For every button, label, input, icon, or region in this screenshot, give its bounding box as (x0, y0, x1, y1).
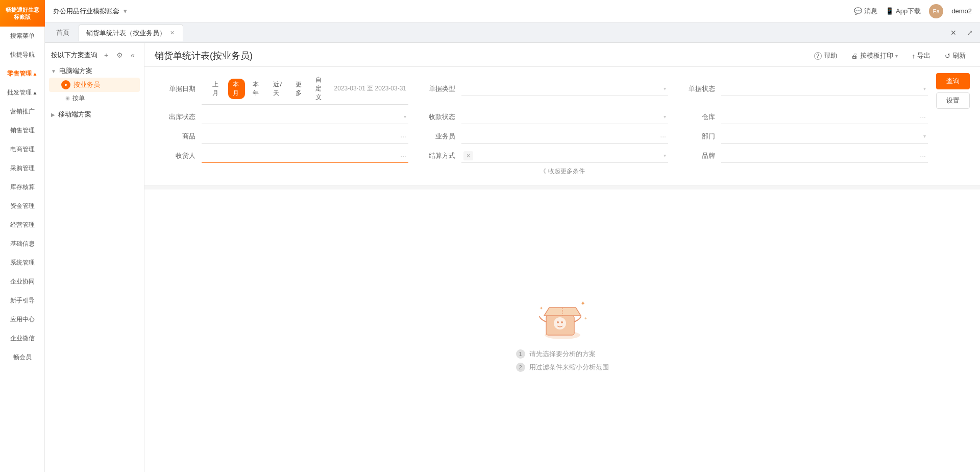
settlement-label: 结算方式 (414, 151, 455, 160)
mobile-scheme-group-header[interactable]: ▶ 移动端方案 (45, 108, 144, 121)
tab-sales-stats[interactable]: 销货单统计表（按业务员） ✕ (79, 25, 183, 41)
sidebar-item-system[interactable]: 系统管理 (0, 253, 44, 272)
brand-dots: ··· (920, 152, 926, 160)
hint-num-2: 2 (516, 363, 525, 372)
date-btn-this-year[interactable]: 本年 (248, 79, 265, 99)
app-download-action[interactable]: 📱 App下载 (886, 7, 921, 16)
date-field[interactable]: 上月 本月 本年 近7天 更多 自定义 2023-03-01 至 2023-03… (202, 73, 408, 105)
department-arrow: ▾ (923, 133, 926, 139)
date-btn-more[interactable]: 更多 (291, 79, 308, 99)
app-logo[interactable]: 畅捷通好生意 标账版 (0, 0, 45, 27)
scheme-item-by-order[interactable]: ⊞ 按单 (49, 92, 140, 105)
print-dropdown-icon[interactable]: ▾ (895, 53, 898, 59)
sidebar-item-member[interactable]: 畅会员 (0, 348, 44, 367)
sidebar-item-marketing[interactable]: 营销推广 (0, 102, 44, 121)
sidebar-item-enterprise[interactable]: 企业协同 (0, 272, 44, 291)
user-avatar[interactable]: Ea (929, 4, 943, 18)
goods-field[interactable]: ··· (202, 129, 408, 144)
settlement-tag: × (463, 151, 473, 160)
topbar: 办公用品行业模拟账套 ▾ 💬 消息 📱 App下载 Ea demo2 (45, 0, 980, 22)
add-scheme-btn[interactable]: + (101, 50, 111, 60)
receive-status-arrow: ▾ (664, 114, 666, 120)
brand-field[interactable]: ··· (721, 149, 928, 163)
tab-close-icon[interactable]: ✕ (169, 29, 176, 37)
hint-num-1: 1 (516, 349, 525, 359)
app-download-label: App下载 (896, 7, 921, 16)
user-name[interactable]: demo2 (951, 7, 972, 15)
doc-type-field[interactable]: ▾ (461, 82, 668, 96)
sidebar-item-inventory[interactable]: 库存核算 (0, 178, 44, 197)
add-icon: + (104, 51, 108, 59)
setting-button[interactable]: 设置 (936, 92, 970, 109)
sidebar-item-sales[interactable]: 销售管理 (0, 121, 44, 140)
page-title: 销货单统计表(按业务员) (155, 50, 253, 62)
sub-icon: ⊞ (65, 96, 69, 101)
tabbar-controls: ✕ ⤢ (947, 27, 976, 39)
sidebar-item-search-menu[interactable]: 搜索菜单 (0, 27, 44, 45)
pc-scheme-group-header[interactable]: ▼ 电脑端方案 (49, 64, 140, 78)
sidebar-item-purchase[interactable]: 采购管理 (0, 159, 44, 178)
date-btn-last-month[interactable]: 上月 (208, 79, 225, 99)
svg-point-4 (554, 317, 566, 329)
scheme-item-by-salesperson[interactable]: ● 按业务员 (49, 78, 140, 92)
help-btn[interactable]: ? 帮助 (810, 49, 841, 62)
industry-dropdown-icon[interactable]: ▾ (124, 7, 127, 15)
help-icon: ? (814, 52, 822, 60)
tab-close-all-btn[interactable]: ✕ (947, 27, 960, 39)
sidebar-item-operations[interactable]: 经营管理 (0, 216, 44, 234)
query-button[interactable]: 查询 (936, 73, 970, 89)
tab-maximize-btn[interactable]: ⤢ (964, 27, 976, 39)
receiver-dots: ··· (400, 152, 406, 160)
receiver-field[interactable]: ··· (202, 149, 408, 163)
chevron-down-icon: ▲ (33, 71, 38, 77)
out-status-arrow: ▾ (404, 114, 406, 120)
brand-label: 品牌 (674, 151, 715, 160)
date-range-text: 2023-03-01 至 2023-03-31 (334, 84, 406, 93)
scheme-order-label: 按单 (72, 94, 85, 103)
sidebar-item-basic-info[interactable]: 基础信息 (0, 234, 44, 253)
filter-row-1: 单据日期 上月 本月 本年 近7天 更多 自定义 20 (155, 73, 928, 105)
sidebar-item-finance[interactable]: 资金管理 (0, 197, 44, 216)
sidebar-item-enterprise-wechat[interactable]: 企业微信 (0, 329, 44, 348)
date-btn-this-month[interactable]: 本月 (228, 79, 246, 99)
print-label: 按模板打印 (860, 51, 893, 60)
hint-text-2: 用过滤条件来缩小分析范围 (529, 363, 609, 372)
sidebar-item-quick-nav[interactable]: 快捷导航 (0, 45, 44, 64)
collapse-icon: « (131, 51, 135, 59)
topbar-left: 办公用品行业模拟账套 ▾ (53, 7, 127, 16)
print-btn[interactable]: 🖨 按模板打印 ▾ (847, 49, 902, 62)
sidebar-item-ecommerce[interactable]: 电商管理 (0, 140, 44, 159)
empty-illustration: ✦ ✦ ✦ (532, 290, 593, 341)
svg-text:✦: ✦ (580, 300, 585, 307)
department-field[interactable]: ▾ (721, 129, 928, 144)
tab-home[interactable]: 首页 (49, 25, 77, 41)
sidebar-item-new-guide[interactable]: 新手引导 (0, 291, 44, 310)
help-label: 帮助 (824, 51, 837, 60)
hint-text-1: 请先选择要分析的方案 (529, 349, 596, 359)
collapse-up-icon: 《 (540, 167, 546, 176)
chevron-down-icon: ▼ (51, 68, 56, 74)
settlement-tag-close[interactable]: × (467, 152, 470, 159)
sidebar-item-app-center[interactable]: 应用中心 (0, 310, 44, 329)
receiver-label: 收货人 (155, 151, 195, 160)
tab-home-label: 首页 (56, 28, 69, 37)
sidebar-item-retail[interactable]: 零售管理 ▲ (0, 64, 44, 83)
doc-status-field[interactable]: ▾ (721, 82, 928, 96)
export-btn[interactable]: ↑ 导出 (908, 49, 935, 62)
content-area: 按以下方案查询 + ⚙ « ▼ 电脑端方案 (45, 43, 980, 472)
collapse-conditions-btn[interactable]: 《 收起更多条件 (534, 166, 591, 177)
out-status-field[interactable]: ▾ (202, 110, 408, 124)
scheme-settings-btn[interactable]: ⚙ (114, 50, 125, 60)
warehouse-field[interactable]: ··· (721, 110, 928, 124)
scheme-salesperson-label: 按业务员 (74, 80, 100, 89)
date-btn-custom[interactable]: 自定义 (311, 74, 332, 103)
date-btn-7days[interactable]: 近7天 (268, 79, 288, 99)
sidebar-item-wholesale[interactable]: 批发管理 ▲ (0, 83, 44, 102)
salesperson-field[interactable]: ··· (461, 129, 668, 144)
panel-collapse-btn[interactable]: « (128, 50, 138, 60)
receive-status-field[interactable]: ▾ (461, 110, 668, 124)
message-action[interactable]: 💬 消息 (854, 7, 877, 16)
settlement-field[interactable]: × ▾ (461, 149, 668, 163)
page-header-actions: ? 帮助 🖨 按模板打印 ▾ ↑ 导出 ↺ (810, 49, 970, 62)
refresh-btn[interactable]: ↺ 刷新 (941, 49, 970, 62)
